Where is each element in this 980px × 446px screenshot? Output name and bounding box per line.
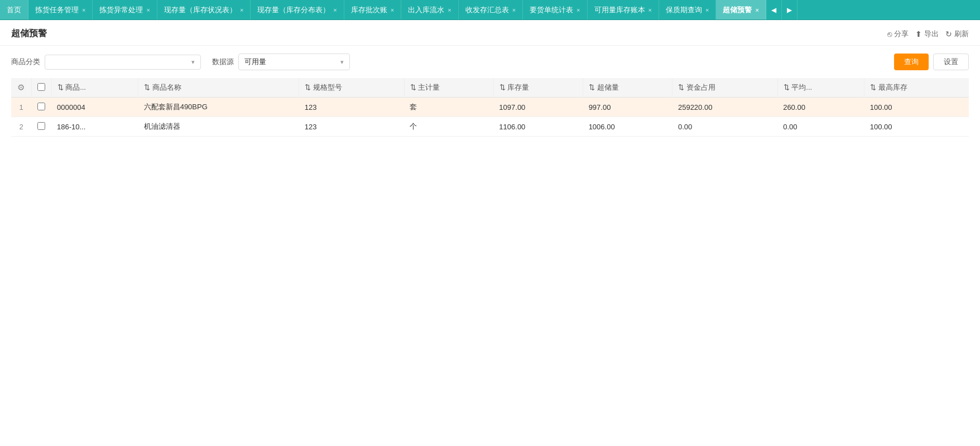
nav-arrow-left[interactable]: ◀ [766, 0, 782, 20]
page-title: 超储预警 [11, 28, 47, 40]
close-tab-icon[interactable]: × [705, 7, 709, 13]
close-tab-icon[interactable]: × [755, 7, 758, 13]
filter-actions: 查询 设置 [894, 54, 969, 70]
share-button[interactable]: ⎋ 分享 [887, 29, 909, 39]
settings-gear-icon[interactable]: ⚙ [17, 83, 25, 92]
close-tab-icon[interactable]: × [448, 7, 451, 13]
nav-tab-inout-flow[interactable]: 出入库流水 × [401, 0, 458, 20]
max-stock: 100.00 [864, 98, 969, 117]
max-stock: 100.00 [864, 117, 969, 137]
col-product-name[interactable]: ⇅ 商品名称 [138, 78, 299, 98]
settings-button[interactable]: 设置 [933, 54, 969, 70]
top-nav: 首页拣货任务管理 ×拣货异常处理 ×现存量（库存状况表） ×现存量（库存分布表）… [0, 0, 980, 20]
select-all-checkbox[interactable] [37, 83, 45, 91]
close-tab-icon[interactable]: × [577, 7, 580, 13]
close-tab-icon[interactable]: × [146, 7, 150, 13]
close-tab-icon[interactable]: × [512, 7, 516, 13]
category-label: 商品分类 [11, 57, 40, 67]
nav-tab-order-stats[interactable]: 要货单统计表 × [523, 0, 587, 20]
capital: 0.00 [672, 117, 777, 137]
datasource-value: 可用量 [244, 57, 336, 67]
table-container: ⚙ ⇅ 商品... ⇅ 商品名称 ⇅ 规格型号 ⇅ 主计量 [0, 78, 980, 137]
nav-tab-inventory-dist[interactable]: 现存量（库存分布表） × [251, 0, 344, 20]
nav-tab-task-mgmt[interactable]: 拣货任务管理 × [28, 0, 93, 20]
refresh-icon: ↻ [945, 30, 952, 38]
nav-tab-home[interactable]: 首页 [0, 0, 28, 20]
category-select[interactable]: ▾ [45, 55, 201, 70]
category-filter: 商品分类 ▾ [11, 55, 201, 70]
row-checkbox-cell[interactable] [31, 117, 51, 137]
datasource-select[interactable]: 可用量 ▾ [238, 54, 350, 70]
row-checkbox[interactable] [37, 122, 45, 130]
capital: 259220.00 [672, 98, 777, 117]
col-max-stock[interactable]: ⇅ 最高库存 [864, 78, 969, 98]
table-header-row: ⚙ ⇅ 商品... ⇅ 商品名称 ⇅ 规格型号 ⇅ 主计量 [11, 78, 969, 98]
nav-tab-quality-check[interactable]: 保质期查询 × [659, 0, 716, 20]
stock: 1097.00 [493, 98, 583, 117]
col-stock[interactable]: ⇅ 库存量 [493, 78, 583, 98]
nav-tab-abnormal[interactable]: 拣货异常处理 × [93, 0, 157, 20]
close-tab-icon[interactable]: × [648, 7, 652, 13]
row-num: 1 [11, 98, 31, 117]
table-row: 2 186-10... 机油滤清器 123 个 1106.00 1006.00 … [11, 117, 969, 137]
avg: 0.00 [777, 117, 864, 137]
page-content: 超储预警 ⎋ 分享 ⬆ 导出 ↻ 刷新 商品分类 ▾ 数据源 [0, 20, 980, 446]
export-icon: ⬆ [915, 30, 922, 38]
chevron-down-icon-2: ▾ [340, 59, 344, 66]
overstock: 997.00 [583, 98, 672, 117]
col-spec[interactable]: ⇅ 规格型号 [299, 78, 404, 98]
product-code: 0000004 [51, 98, 138, 117]
table-row: 1 0000004 六配套新昌490BPG 123 套 1097.00 997.… [11, 98, 969, 117]
spec: 123 [299, 117, 404, 137]
query-button[interactable]: 查询 [894, 54, 929, 70]
chevron-down-icon: ▾ [191, 59, 195, 66]
nav-tab-avail-account[interactable]: 可用量库存账本 × [588, 0, 659, 20]
overstock: 1006.00 [583, 117, 672, 137]
datasource-filter: 数据源 可用量 ▾ [212, 54, 350, 70]
col-unit[interactable]: ⇅ 主计量 [404, 78, 493, 98]
close-tab-icon[interactable]: × [240, 7, 243, 13]
col-checkbox-all[interactable] [31, 78, 51, 98]
product-name: 机油滤清器 [138, 117, 299, 137]
close-tab-icon[interactable]: × [82, 7, 85, 13]
data-table: ⚙ ⇅ 商品... ⇅ 商品名称 ⇅ 规格型号 ⇅ 主计量 [11, 78, 969, 137]
filter-bar: 商品分类 ▾ 数据源 可用量 ▾ 查询 设置 [0, 46, 980, 78]
row-checkbox[interactable] [37, 103, 45, 110]
col-avg[interactable]: ⇅ 平均... [777, 78, 864, 98]
category-value [51, 58, 187, 66]
unit: 个 [404, 117, 493, 137]
share-icon: ⎋ [887, 30, 892, 38]
product-name: 六配套新昌490BPG [138, 98, 299, 117]
close-tab-icon[interactable]: × [391, 7, 394, 13]
nav-tab-batch[interactable]: 库存批次账 × [344, 0, 401, 20]
row-num: 2 [11, 117, 31, 137]
col-gear: ⚙ [11, 78, 31, 98]
stock: 1106.00 [493, 117, 583, 137]
col-overstock[interactable]: ⇅ 超储量 [583, 78, 672, 98]
header-actions: ⎋ 分享 ⬆ 导出 ↻ 刷新 [887, 29, 969, 39]
close-tab-icon[interactable]: × [333, 7, 337, 13]
nav-tab-overstock[interactable]: 超储预警 × [716, 0, 766, 20]
refresh-button[interactable]: ↻ 刷新 [945, 29, 969, 39]
product-code: 186-10... [51, 117, 138, 137]
nav-arrow-right[interactable]: ▶ [782, 0, 798, 20]
export-button[interactable]: ⬆ 导出 [915, 29, 939, 39]
row-checkbox-cell[interactable] [31, 98, 51, 117]
avg: 260.00 [777, 98, 864, 117]
nav-tab-inventory-status[interactable]: 现存量（库存状况表） × [157, 0, 251, 20]
datasource-label: 数据源 [212, 57, 234, 67]
col-capital[interactable]: ⇅ 资金占用 [672, 78, 777, 98]
unit: 套 [404, 98, 493, 117]
page-header: 超储预警 ⎋ 分享 ⬆ 导出 ↻ 刷新 [0, 20, 980, 46]
col-product-code[interactable]: ⇅ 商品... [51, 78, 138, 98]
spec: 123 [299, 98, 404, 117]
nav-tab-collect-total[interactable]: 收发存汇总表 × [459, 0, 523, 20]
